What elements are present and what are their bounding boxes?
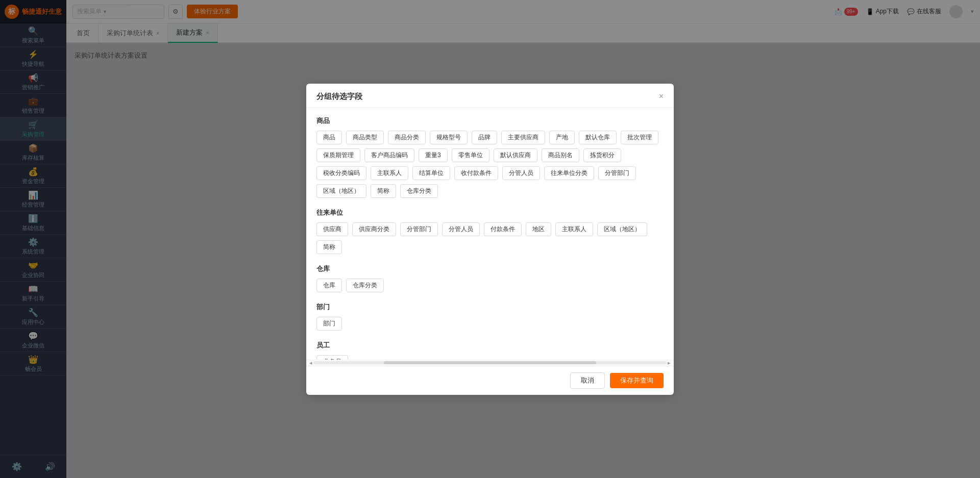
field-tag-1-2[interactable]: 分管部门 [400,222,438,236]
field-tag-0-15[interactable]: 拣货积分 [583,148,621,162]
field-tag-0-21[interactable]: 往来单位分类 [544,166,594,180]
field-tag-2-1[interactable]: 仓库分类 [346,279,384,292]
field-tag-0-9[interactable]: 保质期管理 [316,148,360,162]
field-tag-0-3[interactable]: 规格型号 [430,131,468,144]
modal: 分组待选字段 × 商品商品商品类型商品分类规格型号品牌主要供应商产地默认仓库批次… [306,84,674,395]
field-tag-0-20[interactable]: 分管人员 [502,166,540,180]
field-tags-3: 部门 [316,317,664,331]
field-tag-0-24[interactable]: 简称 [371,184,396,198]
field-tag-0-16[interactable]: 税收分类编码 [316,166,366,180]
modal-body: 商品商品商品类型商品分类规格型号品牌主要供应商产地默认仓库批次管理保质期管理客户… [306,108,674,360]
field-tag-0-6[interactable]: 产地 [549,131,575,144]
field-tag-4-0[interactable]: 业务员 [316,355,348,360]
field-tag-0-23[interactable]: 区域（地区） [316,184,366,198]
field-tag-0-1[interactable]: 商品类型 [346,131,384,144]
field-tag-0-18[interactable]: 结算单位 [412,166,450,180]
field-tag-0-7[interactable]: 默认仓库 [579,131,617,144]
field-tag-0-10[interactable]: 客户商品编码 [364,148,414,162]
field-tag-1-6[interactable]: 主联系人 [555,222,593,236]
field-tags-4: 业务员 [316,355,664,360]
field-tags-1: 供应商供应商分类分管部门分管人员付款条件地区主联系人区域（地区）简称 [316,222,664,254]
hscroll-thumb [384,361,596,364]
section-title-2: 仓库 [316,264,664,273]
field-tag-2-0[interactable]: 仓库 [316,279,342,292]
field-tag-0-11[interactable]: 重量3 [419,148,448,162]
hscroll-track [313,361,667,364]
field-tags-2: 仓库仓库分类 [316,279,664,292]
modal-close-button[interactable]: × [659,92,664,100]
field-section-3: 部门部门 [316,303,664,331]
modal-footer: 取消 保存并查询 [306,366,674,395]
field-tag-1-7[interactable]: 区域（地区） [597,222,647,236]
field-tag-1-5[interactable]: 地区 [526,222,551,236]
field-tag-1-1[interactable]: 供应商分类 [352,222,396,236]
field-tag-0-13[interactable]: 默认供应商 [494,148,537,162]
modal-overlay: 分组待选字段 × 商品商品商品类型商品分类规格型号品牌主要供应商产地默认仓库批次… [0,0,980,478]
modal-header: 分组待选字段 × [306,84,674,108]
section-title-4: 员工 [316,341,664,350]
field-tag-1-3[interactable]: 分管人员 [442,222,480,236]
field-tag-0-2[interactable]: 商品分类 [388,131,426,144]
confirm-button[interactable]: 保存并查询 [610,373,664,388]
field-section-2: 仓库仓库仓库分类 [316,264,664,292]
modal-hscroll[interactable]: ◂ ▸ [306,360,674,366]
field-tag-0-25[interactable]: 仓库分类 [400,184,438,198]
field-section-1: 往来单位供应商供应商分类分管部门分管人员付款条件地区主联系人区域（地区）简称 [316,208,664,254]
field-tag-0-8[interactable]: 批次管理 [621,131,658,144]
field-tag-0-12[interactable]: 零售单位 [452,148,489,162]
field-tag-1-0[interactable]: 供应商 [316,222,348,236]
section-title-0: 商品 [316,116,664,125]
field-tag-0-17[interactable]: 主联系人 [371,166,408,180]
field-tag-0-5[interactable]: 主要供应商 [501,131,545,144]
field-tag-0-14[interactable]: 商品别名 [542,148,579,162]
field-section-0: 商品商品商品类型商品分类规格型号品牌主要供应商产地默认仓库批次管理保质期管理客户… [316,116,664,198]
cancel-button[interactable]: 取消 [570,372,605,389]
section-title-3: 部门 [316,303,664,312]
field-tag-3-0[interactable]: 部门 [316,317,342,331]
field-tags-0: 商品商品类型商品分类规格型号品牌主要供应商产地默认仓库批次管理保质期管理客户商品… [316,131,664,198]
field-tag-0-22[interactable]: 分管部门 [598,166,636,180]
field-tag-0-19[interactable]: 收付款条件 [454,166,498,180]
field-section-4: 员工业务员 [316,341,664,360]
modal-title: 分组待选字段 [316,92,362,102]
field-tag-1-8[interactable]: 简称 [316,240,342,254]
field-tag-0-0[interactable]: 商品 [316,131,342,144]
field-tag-1-4[interactable]: 付款条件 [484,222,522,236]
field-tag-0-4[interactable]: 品牌 [472,131,497,144]
section-title-1: 往来单位 [316,208,664,217]
